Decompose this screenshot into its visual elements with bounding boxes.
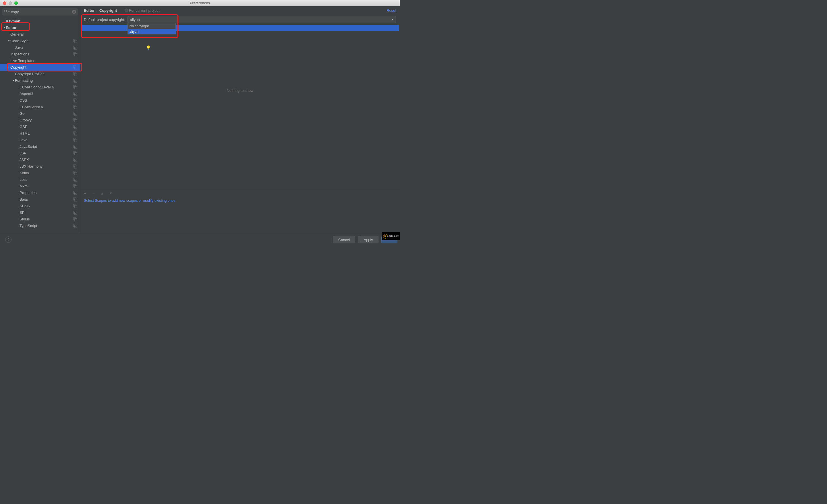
tree-item-javascript[interactable]: JavaScript	[0, 143, 80, 150]
tree-item-inspections[interactable]: Inspections	[0, 51, 80, 57]
tree-label: SCSS	[19, 204, 73, 208]
list-toolbar: + − ▴ ▾	[81, 189, 400, 197]
svg-rect-56	[74, 224, 76, 226]
tree-label: JavaScript	[19, 144, 73, 149]
breadcrumb-copyright[interactable]: Copyright	[99, 8, 117, 13]
dropdown-item-aliyun[interactable]: aliyun	[128, 29, 176, 34]
svg-rect-59	[126, 9, 128, 11]
tree-item-kotlin[interactable]: Kotlin	[0, 170, 80, 176]
tree-item-mxml[interactable]: Mxml	[0, 183, 80, 190]
tree-label: Properties	[19, 191, 73, 195]
tree-item-editor[interactable]: Editor	[0, 24, 80, 31]
select-scopes-link[interactable]: Select Scopes to add new scopes or modif…	[81, 197, 400, 204]
tree-arrow-icon[interactable]	[7, 40, 10, 42]
tree-label: Keymap	[6, 19, 77, 23]
tree-label: Java	[15, 45, 73, 50]
settings-tree[interactable]: KeymapEditorGeneralCode StyleJavaInspect…	[0, 17, 80, 234]
dropdown-item-no-copyright[interactable]: No copyright	[128, 23, 176, 29]
tree-label: Editor	[6, 26, 77, 30]
svg-rect-57	[75, 225, 77, 228]
tree-item-css[interactable]: CSS	[0, 97, 80, 104]
tree-item-groovy[interactable]: Groovy	[0, 117, 80, 123]
tree-label: Go	[19, 111, 73, 116]
svg-rect-22	[74, 112, 76, 114]
tree-item-ecma-script-level-4[interactable]: ECMA Script Level 4	[0, 84, 80, 90]
help-button[interactable]: ?	[5, 237, 11, 243]
tree-label: Kotlin	[19, 171, 73, 175]
svg-rect-23	[75, 113, 77, 115]
breadcrumb-editor[interactable]: Editor	[84, 8, 95, 13]
svg-rect-32	[74, 145, 76, 147]
tree-item-live-templates[interactable]: Live Templates	[0, 57, 80, 64]
project-scope-icon	[73, 211, 77, 215]
svg-rect-15	[75, 86, 77, 89]
tree-item-aspectj[interactable]: AspectJ	[0, 90, 80, 97]
tree-label: JSP	[19, 151, 73, 155]
tree-item-copyright[interactable]: Copyright	[0, 64, 80, 70]
tree-item-spi[interactable]: SPI	[0, 209, 80, 216]
bulb-icon[interactable]: 💡	[146, 45, 151, 50]
tree-label: Live Templates	[10, 58, 77, 63]
project-scope-icon	[124, 8, 128, 13]
tree-arrow-icon[interactable]	[7, 66, 10, 68]
clear-search-button[interactable]: ✕	[72, 10, 76, 14]
svg-rect-50	[74, 204, 76, 207]
tree-item-keymap[interactable]: Keymap	[0, 18, 80, 24]
tree-label: ECMA Script Level 4	[19, 85, 73, 89]
svg-rect-21	[75, 106, 77, 109]
tree-item-sass[interactable]: Sass	[0, 196, 80, 203]
svg-rect-40	[74, 171, 76, 173]
project-scope-icon	[73, 184, 77, 188]
svg-rect-34	[74, 151, 76, 154]
reset-button[interactable]: Reset	[387, 8, 396, 13]
tree-item-copyright-profiles[interactable]: Copyright Profiles	[0, 70, 80, 77]
tree-item-java[interactable]: Java	[0, 44, 80, 51]
add-button[interactable]: +	[83, 191, 87, 195]
tree-item-general[interactable]: General	[0, 31, 80, 38]
tree-label: SPI	[19, 210, 73, 215]
tree-label: JSPX	[19, 158, 73, 162]
tree-label: Groovy	[19, 118, 73, 122]
tree-item-html[interactable]: HTML	[0, 130, 80, 137]
tree-item-jsx-harmony[interactable]: JSX Harmony	[0, 163, 80, 170]
close-window-button[interactable]	[3, 1, 6, 5]
tree-label: General	[10, 32, 77, 37]
default-copyright-dropdown[interactable]: aliyun ▼	[128, 16, 396, 23]
tree-item-gsp[interactable]: GSP	[0, 123, 80, 130]
svg-rect-19	[75, 100, 77, 102]
apply-button[interactable]: Apply	[358, 236, 379, 243]
maximize-window-button[interactable]	[14, 1, 18, 5]
tree-item-java[interactable]: Java	[0, 137, 80, 143]
dropdown-menu: No copyrightaliyun	[128, 23, 176, 35]
tree-item-go[interactable]: Go	[0, 110, 80, 117]
svg-rect-18	[74, 98, 76, 101]
tree-item-jsp[interactable]: JSP	[0, 150, 80, 156]
remove-button: −	[91, 191, 96, 195]
svg-rect-13	[75, 80, 77, 82]
tree-item-less[interactable]: Less	[0, 176, 80, 183]
tree-label: Less	[19, 178, 73, 182]
tree-item-code-style[interactable]: Code Style	[0, 38, 80, 44]
tree-label: CSS	[19, 98, 73, 102]
svg-rect-52	[74, 211, 76, 213]
cancel-button[interactable]: Cancel	[333, 236, 355, 243]
search-input[interactable]: ▾ copy ✕	[2, 8, 78, 15]
tree-item-ecmascript-6[interactable]: ECMAScript 6	[0, 104, 80, 110]
tree-label: Copyright	[10, 65, 73, 69]
breadcrumb: Editor › Copyright For current project R…	[81, 6, 400, 14]
tree-item-stylus[interactable]: Stylus	[0, 216, 80, 222]
svg-rect-49	[75, 199, 77, 201]
svg-rect-8	[74, 65, 76, 68]
tree-arrow-icon[interactable]	[12, 79, 15, 82]
tree-item-jspx[interactable]: JSPX	[0, 156, 80, 163]
tree-arrow-icon[interactable]	[3, 27, 6, 29]
tree-item-properties[interactable]: Properties	[0, 190, 80, 196]
svg-rect-41	[75, 172, 77, 175]
minimize-window-button[interactable]	[9, 1, 12, 5]
svg-rect-17	[75, 93, 77, 96]
tree-item-scss[interactable]: SCSS	[0, 203, 80, 209]
tree-item-typescript[interactable]: TypeScript	[0, 222, 80, 229]
tree-label: JSX Harmony	[19, 164, 73, 168]
tree-item-formatting[interactable]: Formatting	[0, 77, 80, 84]
svg-rect-28	[74, 132, 76, 134]
